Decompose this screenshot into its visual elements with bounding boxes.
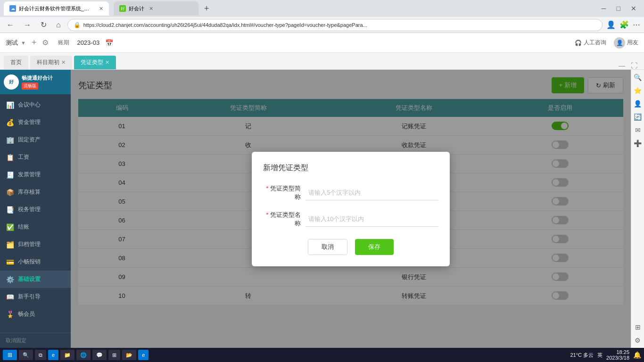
right-star-icon[interactable]: ⭐ xyxy=(634,87,642,94)
tab-home-label: 首页 xyxy=(10,58,22,66)
tab-minimize-icon[interactable]: — xyxy=(616,62,628,69)
consult-button[interactable]: 🎧 人工咨询 xyxy=(575,39,606,47)
tab-favicon-1: ☁ xyxy=(9,5,16,12)
dialog-overlay: 新增凭证类型 凭证类型简称 凭证类型名称 取消 保存 xyxy=(71,70,631,348)
right-grid-icon[interactable]: ⊞ xyxy=(635,323,641,331)
sidebar-item-label-tax: 税务管理 xyxy=(18,206,41,214)
notification-icon[interactable]: 🔔 xyxy=(633,351,641,359)
main-wrapper: 好 畅捷通好合计 流畅版 📊 会议中心 💰 资金管理 🏢 固定资产 📋 工资 xyxy=(0,70,644,348)
maximize-button[interactable]: □ xyxy=(613,5,624,12)
right-gear-icon[interactable]: ⚙ xyxy=(635,337,641,344)
right-search-icon[interactable]: 🔍 xyxy=(634,74,642,81)
company-name: 测试 xyxy=(6,39,18,47)
settle-icon: ✅ xyxy=(6,223,14,231)
start-button[interactable]: ⊞ xyxy=(3,350,17,360)
full-name-label: 凭证类型名称 xyxy=(263,211,305,228)
company-selector[interactable]: 测试 ▼ xyxy=(6,39,26,47)
profile-icon[interactable]: 👤 xyxy=(606,20,616,29)
sidebar-item-fund[interactable]: 💰 资金管理 xyxy=(0,114,71,131)
taskbar-explorer[interactable]: 📁 xyxy=(60,350,74,360)
taskbar-search[interactable]: 🔍 xyxy=(19,350,33,360)
sidebar: 好 畅捷通好合计 流畅版 📊 会议中心 💰 资金管理 🏢 固定资产 📋 工资 xyxy=(0,70,71,348)
forward-button[interactable]: → xyxy=(21,20,34,30)
sidebar-item-member[interactable]: 🎖️ 畅会员 xyxy=(0,305,71,323)
refresh-button[interactable]: ↻ xyxy=(38,19,50,30)
back-button[interactable]: ← xyxy=(4,20,17,30)
form-row-full: 凭证类型名称 xyxy=(263,211,438,228)
cancel-button[interactable]: 取消 xyxy=(308,239,347,255)
add-tab-button[interactable]: + xyxy=(201,4,212,14)
minimize-button[interactable]: ─ xyxy=(598,5,610,12)
add-voucher-dialog: 新增凭证类型 凭证类型简称 凭证类型名称 取消 保存 xyxy=(252,152,450,266)
taskbar-apps[interactable]: ⊞ xyxy=(108,350,120,360)
tab-subject[interactable]: 科目期初 ✕ xyxy=(30,56,72,69)
close-button[interactable]: ✕ xyxy=(627,5,640,12)
url-box[interactable]: 🔒 https://cloud2.chanjet.com/accounting/… xyxy=(67,19,603,31)
taskbar-edge[interactable]: e xyxy=(48,350,58,360)
taskbar-taskview[interactable]: ⧉ xyxy=(35,350,46,360)
dialog-title: 新增凭证类型 xyxy=(263,163,438,173)
sidebar-item-inventory[interactable]: 📦 库存核算 xyxy=(0,183,71,201)
add-company-button[interactable]: + xyxy=(32,38,37,48)
right-user-icon[interactable]: 👤 xyxy=(634,100,642,107)
sidebar-item-label-payroll: 工资 xyxy=(18,153,29,161)
tab-close-1[interactable]: ✕ xyxy=(99,6,103,12)
calendar-icon[interactable]: 📅 xyxy=(105,39,113,47)
sidebar-item-dashboard[interactable]: 📊 会议中心 xyxy=(0,96,71,114)
headset-icon: 🎧 xyxy=(575,40,582,46)
short-name-label: 凭证类型简称 xyxy=(263,184,305,201)
tab-subject-close[interactable]: ✕ xyxy=(61,59,66,66)
tab-home[interactable]: 首页 xyxy=(4,56,28,69)
form-row-short: 凭证类型简称 xyxy=(263,184,438,201)
full-name-input[interactable] xyxy=(305,212,438,227)
tab-voucher-label: 凭证类型 xyxy=(81,58,103,66)
taskbar-right: 21°C 多云 英 18:25 2023/3/18 🔔 xyxy=(570,349,641,361)
unpin-button[interactable]: 取消固定 xyxy=(0,333,71,348)
inventory-icon: 📦 xyxy=(6,189,14,196)
tab-close-2[interactable]: ✕ xyxy=(149,6,153,12)
fixed-icon: 🏢 xyxy=(6,136,14,144)
extensions-icon[interactable]: 🧩 xyxy=(619,20,629,29)
sidebar-item-payroll[interactable]: 📋 工资 xyxy=(0,148,71,166)
taskbar-wechat[interactable]: 💬 xyxy=(92,350,107,360)
right-panel: 🔍 ⭐ 👤 🔄 ✉ ➕ ⊞ ⚙ xyxy=(631,70,644,348)
company-dropdown-icon[interactable]: ▼ xyxy=(21,40,26,46)
sidebar-item-expense[interactable]: 💳 小畅报销 xyxy=(0,253,71,271)
taskbar-chrome[interactable]: 🌐 xyxy=(76,350,91,360)
sidebar-item-fixed[interactable]: 🏢 固定资产 xyxy=(0,131,71,148)
save-button[interactable]: 保存 xyxy=(355,239,394,255)
payroll-icon: 📋 xyxy=(6,154,14,161)
browser-actions: 👤 🧩 ⋯ xyxy=(606,20,640,29)
tab-voucher-close[interactable]: ✕ xyxy=(105,59,109,66)
sidebar-item-settings[interactable]: ⚙️ 基础设置 xyxy=(0,271,71,288)
tab-voucher[interactable]: 凭证类型 ✕ xyxy=(74,56,116,69)
right-sync-icon[interactable]: 🔄 xyxy=(634,113,642,121)
main-content: 凭证类型 + 新增 ↻ 刷新 编码 凭证类型简称 凭证类型名称 是否启用 xyxy=(71,70,631,348)
sidebar-item-tax[interactable]: 📑 税务管理 xyxy=(0,201,71,218)
sidebar-logo: 好 畅捷通好合计 流畅版 xyxy=(0,70,71,94)
taskbar-browser2[interactable]: e xyxy=(138,350,149,360)
sidebar-item-label-invoice: 发票管理 xyxy=(18,171,41,179)
sidebar-item-label-settle: 结账 xyxy=(18,223,29,231)
taskbar-files[interactable]: 📂 xyxy=(122,350,136,360)
tab-label-1: 好会计云财务软件管理系统_会计 xyxy=(19,5,94,12)
logo-icon: 好 xyxy=(4,74,19,90)
right-mail-icon[interactable]: ✉ xyxy=(635,126,641,134)
sidebar-item-guide[interactable]: 📖 新手引导 xyxy=(0,288,71,305)
sidebar-item-archive[interactable]: 🗂️ 归档管理 xyxy=(0,236,71,253)
settings-gear-button[interactable]: ⚙ xyxy=(42,38,49,47)
sidebar-item-settle[interactable]: ✅ 结账 xyxy=(0,218,71,236)
home-button[interactable]: ⌂ xyxy=(53,20,64,30)
tab-inactive[interactable]: 好 好会计 ✕ xyxy=(114,1,198,16)
sidebar-item-invoice[interactable]: 🧾 发票管理 xyxy=(0,166,71,183)
logo-name: 畅捷通好合计 xyxy=(22,74,53,82)
avatar: 👤 xyxy=(614,37,625,49)
sidebar-item-label-expense: 小畅报销 xyxy=(18,258,41,266)
user-label: 用友 xyxy=(627,39,638,47)
tab-active[interactable]: ☁ 好会计云财务软件管理系统_会计 ✕ xyxy=(4,1,109,16)
tab-expand-icon[interactable]: ⛶ xyxy=(628,62,640,69)
settings-icon[interactable]: ⋯ xyxy=(633,20,640,29)
right-plus-icon[interactable]: ➕ xyxy=(634,140,642,147)
short-name-input[interactable] xyxy=(305,185,438,200)
user-button[interactable]: 👤 用友 xyxy=(614,37,638,49)
